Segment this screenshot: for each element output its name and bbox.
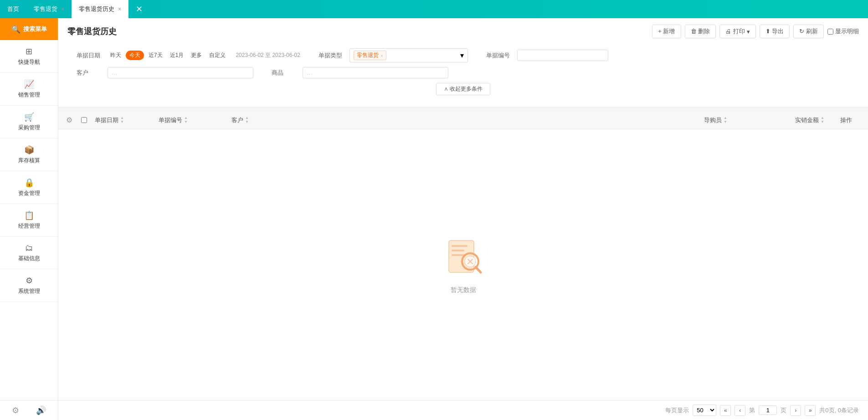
svg-line-6 [476,267,481,272]
th-date[interactable]: 单据日期 ▲ ▼ [91,116,155,124]
next-page-button[interactable]: › [790,405,801,416]
th-customer[interactable]: 客户 ▲ ▼ [228,116,700,124]
page-header: 零售退货历史 + 新增 🗑 删除 🖨 打印 ▾ ⬆ 导出 ↻ 刷新 显示明细 [58,18,868,108]
per-page-label: 每页显示 [665,406,689,415]
page-title: 零售退货历史 [67,26,117,37]
first-page-button[interactable]: « [720,405,731,416]
page-unit: 页 [781,406,786,415]
close-all-tabs[interactable]: ✕ [128,4,150,14]
empty-text: 暂无数据 [451,286,476,294]
sidebar-item-quick-nav-label: 快捷导航 [18,58,40,66]
sales-icon: 📈 [24,79,34,89]
type-tag-close[interactable]: × [380,53,383,58]
sidebar-item-sys-mgmt-label: 系统管理 [18,287,40,295]
settings-bottom-icon[interactable]: ⚙ [12,405,19,415]
export-button[interactable]: ⬆ 导出 [760,25,790,38]
table-settings-icon[interactable]: ⚙ [62,116,77,124]
date-sort-asc-icon: ▲ [120,116,124,120]
show-details-checkbox-input[interactable] [827,29,833,35]
refresh-button[interactable]: ↻ 刷新 [793,25,824,38]
volume-bottom-icon[interactable]: 🔊 [36,405,46,415]
delete-button[interactable]: 🗑 删除 [685,25,716,38]
print-button[interactable]: 🖨 打印 ▾ [719,25,756,38]
date-filter-buttons: 昨天 今天 近7天 近1月 更多 自定义 [108,51,228,60]
date-btn-7days[interactable]: 近7天 [146,51,165,60]
tab-retail-return-history[interactable]: 零售退货历史 × [72,0,128,18]
collapse-button[interactable]: ∧ 收起更多条件 [436,83,490,95]
next-page-icon: › [795,407,796,414]
filter-row-customer: 客户 … 商品 … [77,67,850,78]
th-amount[interactable]: 实销金额 ▲ ▼ [773,116,828,124]
empty-state: 暂无数据 [58,129,868,400]
date-btn-today[interactable]: 今天 [126,51,144,60]
per-page-select[interactable]: 10 20 50 100 [693,405,716,416]
sidebar-item-business-label: 经营管理 [18,222,40,230]
empty-illustration [441,235,486,281]
tab-retail-return[interactable]: 零售退货 × [26,0,72,18]
table-select-all[interactable] [77,117,91,123]
th-guide[interactable]: 导购员 ▲ ▼ [700,116,773,124]
guide-sort-asc-icon: ▲ [724,116,727,120]
customer-filter-input[interactable]: … [108,67,253,78]
print-label: 🖨 打印 [725,27,745,36]
search-icon: 🔍 [11,25,21,34]
number-sort-icons: ▲ ▼ [184,116,188,124]
sidebar-item-basic-info[interactable]: 🗂 基础信息 [0,237,58,269]
sidebar-item-sys-mgmt[interactable]: ⚙ 系统管理 [0,269,58,302]
sys-mgmt-icon: ⚙ [26,276,33,286]
guide-sort-desc-icon: ▼ [724,120,727,124]
customer-placeholder: … [112,69,118,76]
tab-home[interactable]: 首页 [0,0,26,18]
sidebar-item-inventory[interactable]: 📦 库存核算 [0,138,58,171]
date-range-text: 2023-06-02 至 2023-06-02 [236,51,300,59]
tab-bar: 首页 零售退货 × 零售退货历史 × ✕ [0,0,868,18]
business-icon: 📋 [24,210,34,220]
date-sort-icons: ▲ ▼ [120,116,124,124]
inventory-icon: 📦 [24,145,34,155]
select-all-checkbox[interactable] [81,117,87,123]
type-filter-select[interactable]: 零售退货 × ▾ [349,48,468,62]
customer-sort-icons: ▲ ▼ [245,116,249,124]
purchase-icon: 🛒 [24,112,34,122]
pagination-bar: 每页显示 10 20 50 100 « ‹ 第 页 › » 共0页, 0条记录 [58,400,868,420]
amount-sort-desc-icon: ▼ [821,120,824,124]
sidebar-item-business[interactable]: 📋 经营管理 [0,204,58,237]
th-number[interactable]: 单据编号 ▲ ▼ [155,116,228,124]
tab-retail-return-history-close[interactable]: × [118,6,121,12]
goods-filter-label: 商品 [272,69,299,77]
show-details-label: 显示明细 [835,27,859,36]
type-tag-retail-return: 零售退货 × [354,51,386,60]
date-btn-yesterday[interactable]: 昨天 [108,51,124,60]
prev-page-button[interactable]: ‹ [734,405,745,416]
main-layout: 🔍 搜索菜单 ⊞ 快捷导航 📈 销售管理 🛒 采购管理 📦 库存核算 🔒 [0,18,868,420]
th-op-label: 操作 [840,116,852,124]
th-op: 操作 [828,116,864,124]
date-btn-custom[interactable]: 自定义 [206,51,228,60]
sidebar-item-purchase-label: 采购管理 [18,124,40,132]
sidebar-search-button[interactable]: 🔍 搜索菜单 [0,18,58,40]
type-filter-label: 单据类型 [318,51,346,60]
sidebar-item-sales-mgmt[interactable]: 📈 销售管理 [0,73,58,106]
last-page-button[interactable]: » [805,405,816,416]
goods-filter-input[interactable]: … [303,67,448,78]
collapse-label: ∧ 收起更多条件 [444,85,483,93]
page-number-input[interactable] [759,405,777,415]
new-button[interactable]: + 新增 [652,25,681,38]
date-btn-more[interactable]: 更多 [188,51,205,60]
number-filter-input[interactable] [517,50,608,61]
finance-icon: 🔒 [24,178,34,188]
goods-placeholder: … [307,69,313,76]
export-label: ⬆ 导出 [765,27,784,36]
quick-nav-icon: ⊞ [26,46,32,56]
page-actions: + 新增 🗑 删除 🖨 打印 ▾ ⬆ 导出 ↻ 刷新 显示明细 [652,25,859,38]
sidebar-item-quick-nav[interactable]: ⊞ 快捷导航 [0,40,58,73]
sidebar-item-purchase-mgmt[interactable]: 🛒 采购管理 [0,106,58,138]
customer-sort-desc-icon: ▼ [245,120,249,124]
th-number-label: 单据编号 [159,116,182,124]
sidebar-item-inventory-label: 库存核算 [18,157,40,164]
sidebar-item-finance[interactable]: 🔒 资金管理 [0,171,58,204]
tab-retail-return-close[interactable]: × [61,6,64,12]
amount-sort-asc-icon: ▲ [821,116,824,120]
table-container: ⚙ 单据日期 ▲ ▼ 单据编号 ▲ ▼ [58,111,868,400]
date-btn-1month[interactable]: 近1月 [167,51,187,60]
